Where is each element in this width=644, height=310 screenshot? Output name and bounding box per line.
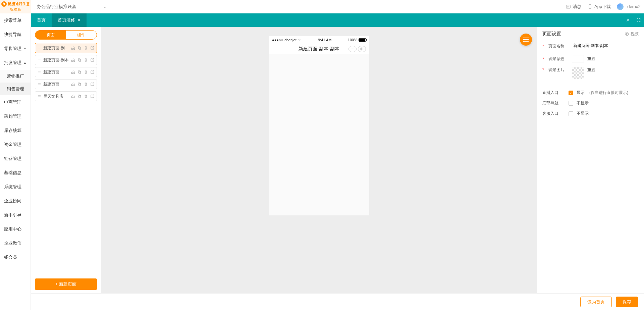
sidebar-item-retail[interactable]: 零售管理▼ xyxy=(0,42,31,56)
sidebar-item-app-center[interactable]: 应用中心 xyxy=(0,222,31,236)
sidebar-item-basic-info[interactable]: 基础信息 xyxy=(0,166,31,180)
delete-icon[interactable] xyxy=(84,46,88,50)
play-icon xyxy=(625,32,629,36)
sidebar-item-purchase[interactable]: 采购管理 xyxy=(0,109,31,123)
page-item[interactable]: 新建页面-副本... xyxy=(35,43,97,53)
page-item[interactable]: 新建页面-副本 xyxy=(35,55,97,65)
sidebar-item-wecom[interactable]: 企业微信 xyxy=(0,236,31,250)
close-icon[interactable]: ✕ xyxy=(77,18,80,22)
share-icon[interactable] xyxy=(90,82,95,87)
home-icon[interactable] xyxy=(71,58,75,62)
sidebar-item-search-menu[interactable]: 搜索菜单 xyxy=(0,13,31,28)
copy-icon[interactable] xyxy=(77,82,82,87)
drag-icon xyxy=(37,46,41,50)
brand-logo[interactable]: b 畅捷通好生意 标准版 xyxy=(0,0,31,13)
page-name-label: 页面名称 xyxy=(548,43,569,49)
sidebar-sub-marketing[interactable]: 营销推广 xyxy=(0,70,31,83)
bg-image-reset[interactable]: 重置 xyxy=(587,67,595,73)
new-page-button[interactable]: + 新建页面 xyxy=(35,278,97,290)
phone-body[interactable] xyxy=(269,54,369,215)
copy-icon[interactable] xyxy=(77,58,82,62)
capsule-menu-icon[interactable] xyxy=(348,46,357,52)
sidebar-item-inventory[interactable]: 库存核算 xyxy=(0,123,31,138)
bg-color-swatch[interactable] xyxy=(572,55,584,62)
delete-icon[interactable] xyxy=(84,70,88,74)
bottom-nav-label: 底部导航 xyxy=(542,100,565,106)
caret-down-icon: ▼ xyxy=(23,47,26,50)
page-item[interactable]: 新建页面 xyxy=(35,67,97,77)
brand-main: 畅捷通好生意 xyxy=(8,1,30,6)
home-icon[interactable] xyxy=(71,46,75,50)
fullscreen-button[interactable] xyxy=(633,13,644,27)
share-icon[interactable] xyxy=(90,46,95,50)
segment-component[interactable]: 组件 xyxy=(66,31,97,39)
video-help-link[interactable]: 视频 xyxy=(625,31,639,37)
bg-color-reset[interactable]: 重置 xyxy=(587,56,595,62)
delete-icon[interactable] xyxy=(84,94,88,99)
sidebar-item-wholesale[interactable]: 批发管理▲ xyxy=(0,56,31,70)
topbar: b 畅捷通好生意 标准版 办公品行业模拟账套 ⌄ 消息 App下载 demo2 xyxy=(0,0,644,13)
share-icon[interactable] xyxy=(90,58,95,62)
teal-tabs: 首页 首页装修 ✕ xyxy=(31,13,644,27)
bg-color-label: 背景颜色 xyxy=(548,56,569,62)
page-list: 新建页面-副本... 新建页面-副本 xyxy=(35,43,97,276)
sidebar-item-beginner[interactable]: 新手引导 xyxy=(0,208,31,222)
delete-icon[interactable] xyxy=(84,82,88,87)
home-icon[interactable] xyxy=(71,94,75,99)
app-download-link[interactable]: App下载 xyxy=(587,4,611,10)
page-name: 昊天文具店 xyxy=(43,94,69,99)
home-icon[interactable] xyxy=(71,70,75,74)
close-panel-button[interactable] xyxy=(623,13,633,27)
bg-image-picker[interactable] xyxy=(572,67,584,79)
svg-rect-9 xyxy=(79,84,81,86)
settings-title: 页面设置 xyxy=(542,31,561,37)
bottom-nav-check-label: 不显示 xyxy=(577,100,589,106)
tab-page-designer[interactable]: 首页装修 ✕ xyxy=(52,13,87,27)
sidebar-item-system[interactable]: 系统管理 xyxy=(0,180,31,194)
messages-label: 消息 xyxy=(573,4,581,10)
app-download-label: App下载 xyxy=(594,4,611,10)
svg-rect-4 xyxy=(78,47,80,49)
share-icon[interactable] xyxy=(90,70,95,74)
tab-home[interactable]: 首页 xyxy=(31,13,52,27)
page-name-input[interactable] xyxy=(572,42,639,50)
phone-preview: ●●●○○ chanjet 9:41 AM 100% 新建页面-副本-副本 xyxy=(269,36,369,215)
bottom-nav-checkbox[interactable] xyxy=(569,101,573,106)
copy-icon[interactable] xyxy=(77,70,82,74)
live-entry-checkbox[interactable] xyxy=(569,91,573,95)
floating-menu-button[interactable] xyxy=(520,34,532,46)
service-entry-check-label: 不显示 xyxy=(577,111,589,116)
user-menu[interactable]: demo2 xyxy=(617,3,641,10)
page-item[interactable]: 新建页面 xyxy=(35,79,97,89)
caret-up-icon: ▲ xyxy=(23,61,26,64)
save-button[interactable]: 保存 xyxy=(616,297,638,307)
message-icon xyxy=(566,4,571,9)
messages-link[interactable]: 消息 xyxy=(566,4,581,10)
sidebar-item-quick-nav[interactable]: 快捷导航 xyxy=(0,28,31,42)
copy-icon[interactable] xyxy=(77,46,82,50)
home-icon[interactable] xyxy=(71,82,75,87)
svg-rect-12 xyxy=(78,95,80,97)
sidebar-item-enterprise-collab[interactable]: 企业协同 xyxy=(0,194,31,208)
segment-page[interactable]: 页面 xyxy=(35,31,66,39)
sidebar-item-operations[interactable]: 经营管理 xyxy=(0,152,31,166)
sidebar-item-funds[interactable]: 资金管理 xyxy=(0,138,31,152)
page-item[interactable]: 昊天文具店 xyxy=(35,91,97,101)
account-selector[interactable]: 办公品行业模拟账套 ⌄ xyxy=(37,4,107,10)
footer-bar: 设为首页 保存 xyxy=(31,293,644,310)
sidebar-item-membership[interactable]: 畅会员 xyxy=(0,250,31,264)
page-name: 新建页面 xyxy=(43,82,69,87)
share-icon[interactable] xyxy=(90,94,95,99)
svg-rect-0 xyxy=(566,5,570,8)
sidebar-item-ecommerce[interactable]: 电商管理 xyxy=(0,95,31,109)
phone-icon xyxy=(587,4,593,9)
carrier-label: chanjet xyxy=(284,38,296,42)
capsule-close-icon[interactable] xyxy=(358,46,366,52)
delete-icon[interactable] xyxy=(84,58,88,62)
settings-panel: 页面设置 视频 * 页面名称 * 背景颜色 重置 xyxy=(537,27,644,293)
copy-icon[interactable] xyxy=(77,94,82,99)
wifi-icon xyxy=(298,38,302,42)
set-home-button[interactable]: 设为首页 xyxy=(580,297,612,307)
service-entry-checkbox[interactable] xyxy=(569,111,573,116)
sidebar-sub-sales[interactable]: 销售管理 xyxy=(0,83,31,95)
